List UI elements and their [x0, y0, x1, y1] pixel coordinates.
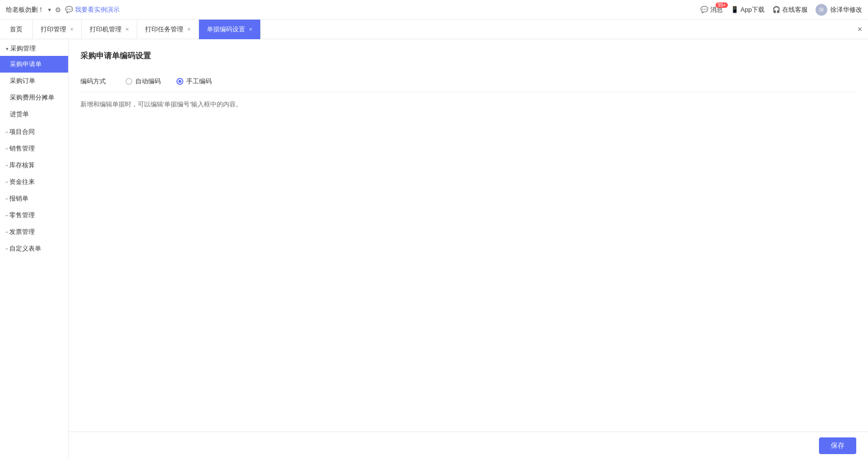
arrow-icon-custom: › [4, 248, 9, 249]
manual-encode-radio[interactable] [176, 78, 183, 85]
tab-printer-mgmt[interactable]: 打印机管理 × [82, 20, 137, 39]
app-title: 给老板勿删！ [6, 5, 44, 14]
sidebar-group-capital[interactable]: › 资金往来 [0, 173, 68, 189]
main-content: 采购申请单编码设置 编码方式 自动编码 手工编码 新增和编辑单据时，可以编辑'单… [69, 39, 868, 459]
arrow-icon-returns: › [4, 198, 9, 199]
tab-print-mgmt[interactable]: 打印管理 × [33, 20, 82, 39]
tab-single-code-label: 单据编码设置 [207, 25, 245, 34]
user-menu[interactable]: 徐 徐泽华修改 [816, 4, 862, 16]
layout: ▾ 采购管理 采购申请单 采购订单 采购费用分摊单 进货单 › 项目合同 › 销… [0, 39, 868, 459]
footer: 保存 [69, 432, 868, 459]
auto-encode-label: 自动编码 [135, 77, 161, 86]
auto-encode-radio[interactable] [125, 78, 132, 85]
message-button[interactable]: 💬 消息 99+ [700, 5, 723, 14]
arrow-icon-retail: › [4, 214, 9, 216]
message-badge: 99+ [716, 2, 728, 8]
sidebar-item-stock-in-label: 进货单 [10, 110, 29, 119]
tab-print-task-close[interactable]: × [187, 26, 191, 33]
manual-encode-option[interactable]: 手工编码 [176, 77, 212, 86]
online-service-button[interactable]: 🎧 在线客服 [772, 5, 808, 14]
arrow-icon-invoice: › [4, 231, 9, 232]
sidebar-group-custom-label: 自定义表单 [9, 244, 41, 253]
sidebar-item-purchase-apply[interactable]: 采购申请单 [0, 56, 68, 73]
sidebar-item-purchase-order-label: 采购订单 [10, 76, 35, 85]
sidebar-group-purchase-title[interactable]: ▾ 采购管理 [0, 39, 68, 56]
tab-home-label: 首页 [10, 25, 23, 34]
sidebar-group-retail-label: 零售管理 [9, 211, 35, 220]
tab-print-task[interactable]: 打印任务管理 × [137, 20, 199, 39]
sidebar-group-purchase: ▾ 采购管理 采购申请单 采购订单 采购费用分摊单 进货单 [0, 39, 68, 123]
tab-printer-mgmt-close[interactable]: × [125, 26, 129, 33]
sidebar-group-project-label: 项目合同 [9, 128, 35, 136]
top-bar-right: 💬 消息 99+ 📱 App下载 🎧 在线客服 徐 徐泽华修改 [700, 4, 862, 16]
sidebar-item-purchase-apply-label: 采购申请单 [10, 60, 42, 69]
gear-icon[interactable]: ⚙ [55, 6, 61, 14]
close-all-tabs-button[interactable]: × [852, 20, 868, 39]
sidebar-group-custom-form[interactable]: › 自定义表单 [0, 239, 68, 256]
arrow-icon-sales: › [4, 148, 9, 149]
tab-printer-mgmt-label: 打印机管理 [90, 25, 122, 34]
sidebar-item-purchase-order[interactable]: 采购订单 [0, 73, 68, 89]
sidebar-group-purchase-label: 采购管理 [10, 44, 36, 53]
sidebar: ▾ 采购管理 采购申请单 采购订单 采购费用分摊单 进货单 › 项目合同 › 销… [0, 39, 69, 459]
hint-text: 新增和编辑单据时，可以编辑'单据编号'输入框中的内容。 [80, 100, 856, 109]
service-icon: 🎧 [772, 6, 780, 13]
app-download-button[interactable]: 📱 App下载 [731, 5, 765, 14]
top-bar-left: 给老板勿删！ ▾ ⚙ 我要看实例演示 [6, 5, 120, 14]
tab-bar: 首页 打印管理 × 打印机管理 × 打印任务管理 × 单据编码设置 × × [0, 20, 868, 39]
sidebar-group-invoice-label: 发票管理 [9, 228, 35, 236]
sidebar-group-returns-label: 报销单 [9, 194, 28, 203]
sidebar-group-invoice[interactable]: › 发票管理 [0, 223, 68, 239]
user-name: 徐泽华修改 [830, 5, 862, 14]
tab-single-code[interactable]: 单据编码设置 × [199, 20, 261, 39]
sidebar-group-inventory[interactable]: › 库存核算 [0, 156, 68, 173]
tab-home[interactable]: 首页 [0, 20, 33, 39]
encode-method-label: 编码方式 [80, 77, 106, 86]
sidebar-group-sales[interactable]: › 销售管理 [0, 139, 68, 156]
arrow-icon: ▾ [6, 46, 8, 51]
arrow-icon-project: › [4, 131, 9, 132]
sidebar-group-capital-label: 资金往来 [9, 178, 35, 186]
dropdown-icon[interactable]: ▾ [48, 6, 51, 13]
content-area: 采购申请单编码设置 编码方式 自动编码 手工编码 新增和编辑单据时，可以编辑'单… [69, 39, 868, 432]
sidebar-group-inventory-label: 库存核算 [9, 161, 35, 170]
sidebar-group-returns[interactable]: › 报销单 [0, 189, 68, 206]
arrow-icon-inventory: › [4, 164, 9, 166]
manual-encode-label: 手工编码 [186, 77, 212, 86]
page-title: 采购申请单编码设置 [80, 51, 856, 61]
tab-print-mgmt-label: 打印管理 [41, 25, 66, 34]
sidebar-group-project-contract[interactable]: › 项目合同 [0, 123, 68, 139]
encode-method-row: 编码方式 自动编码 手工编码 [80, 71, 856, 92]
avatar: 徐 [816, 4, 827, 16]
sidebar-group-retail[interactable]: › 零售管理 [0, 206, 68, 223]
tab-print-mgmt-close[interactable]: × [70, 26, 74, 33]
top-bar: 给老板勿删！ ▾ ⚙ 我要看实例演示 💬 消息 99+ 📱 App下载 🎧 在线… [0, 0, 868, 20]
demo-link[interactable]: 我要看实例演示 [65, 5, 120, 14]
service-label: 在线客服 [782, 5, 808, 14]
message-icon: 💬 [700, 6, 708, 13]
arrow-icon-capital: › [4, 181, 9, 182]
sidebar-item-purchase-expense[interactable]: 采购费用分摊单 [0, 89, 68, 106]
sidebar-item-purchase-expense-label: 采购费用分摊单 [10, 93, 54, 102]
auto-encode-option[interactable]: 自动编码 [125, 77, 161, 86]
sidebar-item-stock-in[interactable]: 进货单 [0, 106, 68, 123]
app-icon: 📱 [731, 6, 739, 13]
save-button[interactable]: 保存 [819, 437, 856, 454]
app-label: App下载 [741, 5, 765, 14]
sidebar-group-sales-label: 销售管理 [9, 144, 35, 153]
tab-single-code-close[interactable]: × [249, 26, 252, 33]
tab-print-task-label: 打印任务管理 [145, 25, 183, 34]
